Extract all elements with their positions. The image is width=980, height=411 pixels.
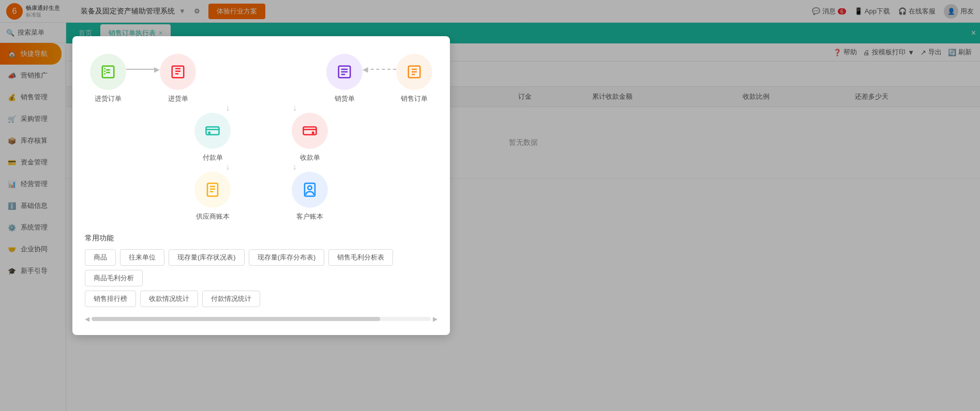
flow-node-sales-order[interactable]: 销售订单 (396, 54, 432, 103)
sales-order-circle (396, 54, 432, 90)
flow-diagram: 进货订单 ▶ 进货单 (85, 49, 438, 230)
func-buttons-row-2: 销售排行榜 收款情况统计 付款情况统计 (85, 291, 438, 307)
customer-ledger-label: 客户账本 (296, 212, 323, 221)
common-functions-title: 常用功能 (85, 234, 438, 243)
customer-ledger-circle (292, 172, 328, 208)
scrollbar-track (92, 317, 431, 321)
svg-point-14 (312, 132, 314, 134)
flow-row-2: 付款单 收款单 (85, 113, 438, 162)
flow-node-customer-ledger[interactable]: 客户账本 (292, 172, 328, 221)
purchase-bill-circle (160, 54, 196, 90)
flow-row-3: 供应商账本 客户账本 (85, 172, 438, 230)
modal-scrollbar: ◀ ▶ (85, 315, 438, 323)
flow-arrows-row: ↓ ↓ (85, 103, 438, 113)
modal-overlay[interactable]: 进货订单 ▶ 进货单 (0, 0, 980, 411)
flow-node-purchase-order[interactable]: 进货订单 (90, 54, 126, 103)
receipt-circle (292, 113, 328, 149)
flow-node-receipt[interactable]: 收款单 (292, 113, 328, 162)
sales-bill-circle (326, 54, 363, 90)
arrow-left-1: ◀ (363, 65, 396, 73)
func-btn-sales-margin[interactable]: 销售毛利分析表 (328, 249, 393, 266)
scroll-right-arrow[interactable]: ▶ (433, 315, 438, 323)
flow-node-payment[interactable]: 付款单 (194, 113, 231, 162)
flow-node-supplier-ledger[interactable]: 供应商账本 (194, 172, 231, 221)
func-btn-contacts[interactable]: 往来单位 (120, 249, 164, 266)
func-buttons-row-1: 商品 往来单位 现存量(库存状况表) 现存量(库存分布表) 销售毛利分析表 商品… (85, 249, 438, 286)
flow-arrows-row-2: ↓ ↓ (85, 162, 438, 172)
flow-modal: 进货订单 ▶ 进货单 (72, 36, 450, 335)
func-btn-product[interactable]: 商品 (85, 249, 116, 266)
func-btn-product-margin[interactable]: 商品毛利分析 (85, 270, 143, 286)
purchase-bill-label: 进货单 (168, 94, 188, 103)
sales-bill-label: 销货单 (335, 94, 355, 103)
scroll-left-arrow[interactable]: ◀ (85, 315, 89, 323)
svg-point-11 (209, 132, 210, 134)
supplier-ledger-circle (194, 172, 231, 208)
common-functions-section: 常用功能 商品 往来单位 现存量(库存状况表) 现存量(库存分布表) 销售毛利分… (85, 234, 438, 307)
supplier-ledger-label: 供应商账本 (196, 212, 230, 221)
purchase-order-label: 进货订单 (95, 94, 122, 103)
func-btn-receipt-stats[interactable]: 收款情况统计 (140, 291, 198, 307)
payment-circle (194, 113, 231, 149)
flow-node-sales-bill[interactable]: 销货单 (326, 54, 363, 103)
func-btn-sales-ranking[interactable]: 销售排行榜 (85, 291, 136, 307)
flow-row-1: 进货订单 ▶ 进货单 (85, 49, 438, 103)
scrollbar-thumb (92, 317, 380, 321)
purchase-order-circle (90, 54, 126, 90)
arrow-right-1: ▶ (126, 65, 160, 73)
func-btn-inventory-dist[interactable]: 现存量(库存分布表) (249, 249, 325, 266)
func-btn-payment-stats[interactable]: 付款情况统计 (202, 291, 260, 307)
svg-rect-12 (304, 127, 316, 135)
svg-rect-9 (206, 127, 219, 135)
flow-node-purchase-bill[interactable]: 进货单 (160, 54, 196, 103)
payment-label: 付款单 (203, 153, 223, 162)
sales-order-label: 销售订单 (401, 94, 428, 103)
func-btn-inventory-status[interactable]: 现存量(库存状况表) (169, 249, 245, 266)
receipt-label: 收款单 (300, 153, 320, 162)
svg-point-20 (308, 186, 312, 190)
